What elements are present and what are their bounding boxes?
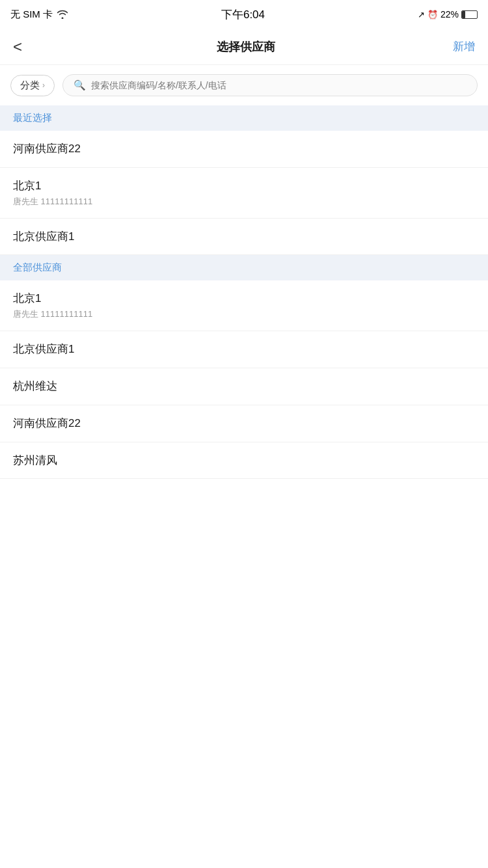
category-label: 分类 bbox=[20, 79, 40, 92]
item-sub: 唐先生 11111111111 bbox=[13, 196, 475, 208]
list-item[interactable]: 杭州维达 bbox=[0, 368, 488, 405]
section-header-1: 全部供应商 bbox=[0, 255, 488, 280]
add-button[interactable]: 新增 bbox=[453, 39, 475, 54]
item-sub: 唐先生 11111111111 bbox=[13, 308, 475, 320]
search-input[interactable] bbox=[91, 80, 467, 90]
list-item[interactable]: 河南供应商22 bbox=[0, 131, 488, 168]
search-icon: 🔍 bbox=[74, 79, 86, 91]
nav-bar: < 选择供应商 新增 bbox=[0, 29, 488, 65]
status-bar: 无 SIM 卡 下午6:04 ↗ ⏰ 22% bbox=[0, 0, 488, 29]
list-item[interactable]: 北京1唐先生 11111111111 bbox=[0, 280, 488, 331]
item-name: 苏州清风 bbox=[13, 453, 475, 468]
item-name: 北京1 bbox=[13, 291, 475, 306]
list-item[interactable]: 北京供应商1 bbox=[0, 331, 488, 368]
page-title: 选择供应商 bbox=[217, 39, 275, 55]
section-header-0: 最近选择 bbox=[0, 105, 488, 131]
item-name: 北京1 bbox=[13, 178, 475, 194]
list-item[interactable]: 苏州清风 bbox=[0, 442, 488, 480]
status-left: 无 SIM 卡 bbox=[10, 8, 68, 21]
item-name: 河南供应商22 bbox=[13, 416, 475, 431]
list-item[interactable]: 河南供应商22 bbox=[0, 405, 488, 442]
section-header-text-0: 最近选择 bbox=[13, 112, 52, 123]
filter-row: 分类 › 🔍 bbox=[0, 65, 488, 105]
section-header-text-1: 全部供应商 bbox=[13, 262, 62, 273]
alarm-icon: ⏰ bbox=[427, 10, 438, 20]
back-button[interactable]: < bbox=[13, 38, 39, 56]
battery-icon bbox=[461, 10, 478, 19]
item-name: 北京供应商1 bbox=[13, 342, 475, 357]
battery-fill bbox=[462, 11, 465, 18]
item-name: 河南供应商22 bbox=[13, 141, 475, 157]
location-icon: ↗ bbox=[418, 10, 425, 20]
supplier-list: 最近选择河南供应商22北京1唐先生 11111111111北京供应商1全部供应商… bbox=[0, 105, 488, 479]
list-item[interactable]: 北京1唐先生 11111111111 bbox=[0, 168, 488, 219]
chevron-right-icon: › bbox=[42, 81, 45, 90]
item-name: 杭州维达 bbox=[13, 379, 475, 394]
status-time: 下午6:04 bbox=[221, 7, 265, 22]
wifi-icon bbox=[57, 10, 68, 19]
sim-label: 无 SIM 卡 bbox=[10, 8, 53, 21]
search-bar[interactable]: 🔍 bbox=[62, 74, 478, 96]
category-filter[interactable]: 分类 › bbox=[10, 75, 55, 96]
item-name: 北京供应商1 bbox=[13, 229, 475, 245]
battery-percent: 22% bbox=[441, 9, 459, 20]
list-item[interactable]: 北京供应商1 bbox=[0, 219, 488, 256]
status-right: ↗ ⏰ 22% bbox=[418, 9, 478, 20]
